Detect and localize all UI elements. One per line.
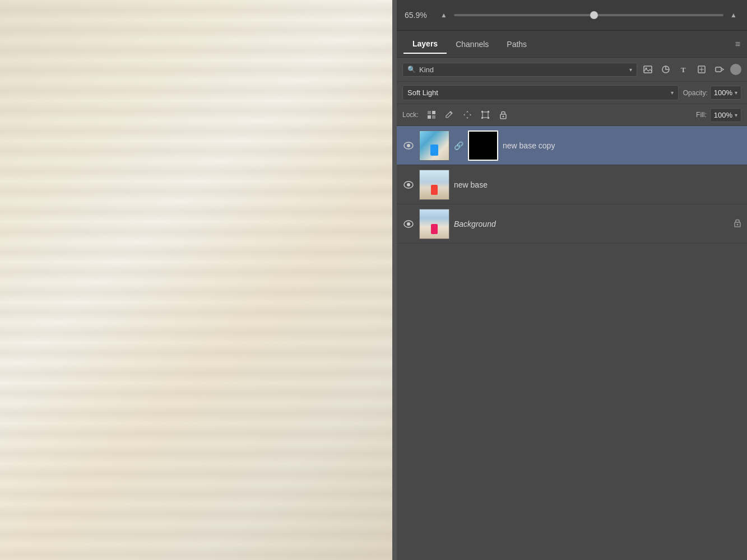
lock-row: Lock: <box>397 104 747 126</box>
layer-name-new-base-copy: new base copy <box>503 141 741 150</box>
svg-text:T: T <box>681 66 686 74</box>
shape-filter-icon[interactable] <box>694 62 709 77</box>
blend-mode-value: Soft Light <box>407 88 438 97</box>
zoom-increase-button[interactable]: ▲ <box>728 10 739 21</box>
tab-channels[interactable]: Channels <box>447 35 498 53</box>
kind-filter-arrow: ▾ <box>629 67 632 73</box>
blend-mode-arrow: ▾ <box>671 90 674 96</box>
layer-thumbnail-new-base-copy <box>419 130 449 161</box>
tab-layers[interactable]: Layers <box>403 35 447 54</box>
blend-row: Soft Light ▾ Opacity: 100% ▾ <box>397 82 747 104</box>
text-filter-icon[interactable]: T <box>676 62 691 77</box>
layer-item-new-base[interactable]: new base <box>397 165 747 204</box>
zoom-slider-track <box>454 14 723 16</box>
zoom-bar: 65.9% ▲ ▲ <box>397 0 747 31</box>
canvas-background <box>0 0 392 560</box>
fill-label: Fill: <box>696 111 707 119</box>
layer-item-background[interactable]: Background <box>397 204 747 244</box>
svg-rect-7 <box>432 111 435 114</box>
panel-divider <box>392 0 397 560</box>
lock-brush-button[interactable] <box>442 108 457 122</box>
lock-move-button[interactable] <box>460 108 475 122</box>
svg-rect-11 <box>481 111 483 113</box>
fill-value: 100% <box>714 111 732 119</box>
empty-layers-space <box>397 343 747 561</box>
fill-value-box[interactable]: 100% ▾ <box>710 108 741 122</box>
filter-row: 🔍 Kind ▾ <box>397 58 747 82</box>
svg-rect-5 <box>716 67 721 72</box>
visibility-toggle-new-base-copy[interactable] <box>402 139 415 152</box>
layer-mask-new-base-copy <box>468 130 498 161</box>
layer-name-new-base: new base <box>454 180 741 189</box>
layer-thumbnail-new-base <box>419 170 449 200</box>
search-icon: 🔍 <box>407 66 416 73</box>
lock-pixels-button[interactable] <box>424 108 439 122</box>
opacity-value-box[interactable]: 100% ▾ <box>710 86 741 100</box>
visibility-toggle-new-base[interactable] <box>402 179 415 191</box>
smart-filter-icon[interactable] <box>712 62 727 77</box>
svg-rect-8 <box>428 115 431 119</box>
svg-rect-13 <box>481 117 483 119</box>
background-lock-icon <box>734 218 741 229</box>
filter-icons: T <box>641 62 741 77</box>
layer-thumbnail-background <box>419 209 449 239</box>
svg-rect-6 <box>428 111 431 114</box>
tab-bar: Layers Channels Paths ≡ <box>397 31 747 58</box>
svg-point-20 <box>407 183 410 186</box>
blend-mode-select[interactable]: Soft Light ▾ <box>402 85 679 100</box>
svg-rect-12 <box>488 111 489 113</box>
svg-point-16 <box>502 116 504 118</box>
svg-rect-14 <box>488 117 489 119</box>
lock-transform-button[interactable] <box>478 108 493 122</box>
kind-filter-select[interactable]: 🔍 Kind ▾ <box>402 63 637 77</box>
filter-dot-icon[interactable] <box>730 64 741 75</box>
adjustment-filter-icon[interactable] <box>658 62 673 77</box>
panel-menu-icon[interactable]: ≡ <box>735 39 740 49</box>
image-filter-icon[interactable] <box>641 62 655 77</box>
opacity-label: Opacity: <box>683 89 708 97</box>
opacity-value: 100% <box>714 88 732 97</box>
opacity-section: Opacity: 100% ▾ <box>683 86 741 100</box>
kind-filter-label: Kind <box>419 66 434 74</box>
visibility-toggle-background[interactable] <box>402 218 415 230</box>
svg-point-24 <box>737 224 739 226</box>
layer-item-new-base-copy[interactable]: 🔗 new base copy <box>397 126 747 165</box>
svg-point-22 <box>407 222 410 226</box>
lock-all-button[interactable] <box>496 108 511 122</box>
layer-name-background: Background <box>454 220 729 228</box>
tab-paths[interactable]: Paths <box>498 35 536 53</box>
layers-panel: Layers Channels Paths ≡ 🔍 Kind ▾ <box>397 31 747 560</box>
layer-link-icon: 🔗 <box>454 141 463 150</box>
zoom-slider-thumb[interactable] <box>590 11 598 19</box>
svg-rect-0 <box>644 66 652 73</box>
canvas-area <box>0 0 392 560</box>
panel-area: 65.9% ▲ ▲ Layers Channels Paths ≡ 🔍 Kind… <box>397 0 747 560</box>
layer-list: 🔗 new base copy new base <box>397 126 747 343</box>
zoom-decrease-button[interactable]: ▲ <box>438 10 449 21</box>
svg-rect-10 <box>482 112 488 118</box>
opacity-arrow: ▾ <box>735 90 737 96</box>
lock-label: Lock: <box>402 111 419 119</box>
svg-point-18 <box>407 144 410 147</box>
svg-rect-9 <box>432 115 435 119</box>
fill-arrow: ▾ <box>735 112 737 118</box>
zoom-value: 65.9% <box>405 11 434 20</box>
